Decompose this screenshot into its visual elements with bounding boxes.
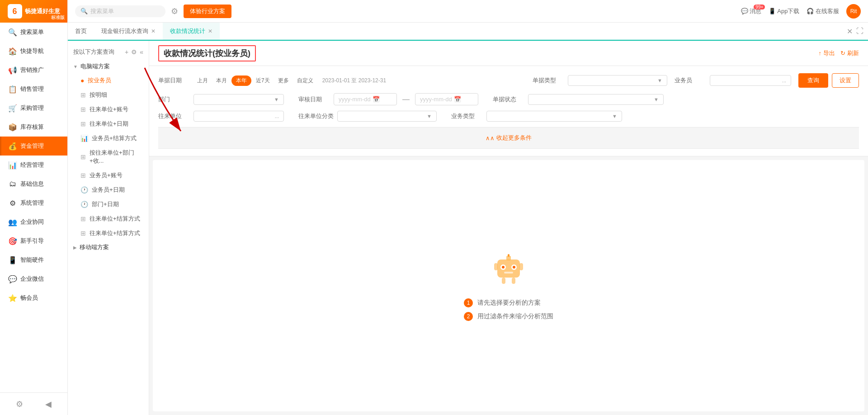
online-service[interactable]: 🎧 在线客服 [807,7,839,15]
doc-status-select[interactable]: ▼ [528,94,664,105]
scheme-group-mobile: ▶ 移动端方案 [68,241,149,254]
dept-select[interactable]: ▼ [193,94,284,105]
sidebar-item-finance[interactable]: 💰 资金管理 [0,137,67,156]
sidebar-item-member[interactable]: ⭐ 畅会员 [0,288,67,307]
sidebar-item-enterprise[interactable]: 👥 企业协同 [0,212,67,231]
salesman-select[interactable]: ... [710,75,791,86]
tab-home[interactable]: 首页 [68,23,94,41]
sidebar-bottom: ⚙ ◀ [0,392,67,415]
partner-category-select[interactable]: ▼ [337,111,437,122]
scheme-item-partner-date[interactable]: ⊞ 往来单位+日期 [68,117,149,131]
scheme-group-desktop-title[interactable]: ▼ 电脑端方案 [68,60,149,73]
settings-bottom-icon[interactable]: ⚙ [16,399,23,409]
sidebar-item-sales[interactable]: 📋 销售管理 [0,80,67,99]
empty-step-2: 2 用过滤条件来缩小分析范围 [464,312,553,321]
doc-status-label: 单据状态 [493,95,524,104]
export-label: 导出 [823,49,835,57]
scheme-item-dept-date[interactable]: 🕐 部门+日期 [68,197,149,212]
sidebar-item-inventory[interactable]: 📦 库存核算 [0,118,67,137]
date-tab-more[interactable]: 更多 [274,75,292,86]
scheme-item-salesman-account[interactable]: ⊞ 业务员+账号 [68,168,149,183]
sidebar-item-search[interactable]: 🔍 搜索菜单 [0,23,67,42]
scheme-item-label: 往来单位+结算方式 [90,215,140,223]
empty-robot-icon [486,246,531,291]
sidebar-item-quicknav[interactable]: 🏠 快捷导航 [0,42,67,61]
finance-icon: 💰 [9,142,17,150]
date-tab-custom[interactable]: 自定义 [293,75,317,86]
date-tab-this-year[interactable]: 本年 [231,75,251,86]
date-tab-last7[interactable]: 近7天 [252,75,274,86]
scheme-item-salesman-payment[interactable]: 📊 业务员+结算方式 [68,131,149,146]
sidebar-item-hardware[interactable]: 📱 智能硬件 [0,250,67,269]
scheme-item-by-salesman[interactable]: ● 按业务员 [68,73,149,88]
scheme-collapse-btn[interactable]: « [140,48,143,56]
date-tab-this-month[interactable]: 本月 [212,75,231,86]
scheme-item-partner-dept[interactable]: ⊞ 按往来单位+部门+收... [68,146,149,168]
collapse-btn[interactable]: ∧∧ 收起更多条件 [482,130,535,146]
search-menu-input[interactable]: 🔍 搜索菜单 [75,5,165,17]
scheme-group-mobile-title[interactable]: ▶ 移动端方案 [68,241,149,254]
tab-close-bank-flow[interactable]: ✕ [151,28,156,34]
calendar-icon[interactable]: 📅 [454,96,461,103]
sidebar-item-operation[interactable]: 📊 经营管理 [0,156,67,174]
trial-btn[interactable]: 体验行业方案 [184,5,231,18]
sidebar-item-wechat[interactable]: 💬 企业微信 [0,269,67,288]
scheme-item-salesman-date[interactable]: 🕐 业务员+日期 [68,183,149,197]
topbar-settings-icon[interactable]: ⚙ [171,6,178,16]
date-tab-last-month[interactable]: 上月 [193,75,212,86]
date-label: 单据日期 [158,76,190,85]
scheme-item-partner-payment2[interactable]: ⊞ 往来单位+结算方式 [68,226,149,241]
scheme-item-by-detail[interactable]: ⊞ 按明细 [68,88,149,102]
audit-date-from[interactable]: yyyy-mm-dd 📅 [334,93,397,105]
scheme-item-partner-account[interactable]: ⊞ 往来单位+账号 [68,102,149,117]
tab-collection-label: 收款情况统计 [170,27,205,35]
page-title: 收款情况统计(按业务员) [164,49,250,58]
query-btn[interactable]: 查询 [798,73,828,88]
calendar-icon[interactable]: 📅 [373,96,380,103]
biz-type-select[interactable]: ▼ [486,111,622,122]
settings-btn[interactable]: 设置 [832,73,859,88]
sidebar-item-guide[interactable]: 🎯 新手引导 [0,231,67,250]
sidebar-item-purchase[interactable]: 🛒 采购管理 [0,99,67,118]
sidebar-item-system[interactable]: ⚙ 系统管理 [0,193,67,212]
partner-select[interactable]: ... [193,111,284,122]
empty-step-1: 1 请先选择要分析的方案 [464,298,553,307]
collapse-icon: ∧∧ [486,135,495,141]
partner-category-group: 往来单位分类 ▼ [298,111,437,122]
tab-collection-stat[interactable]: 收款情况统计 ✕ [163,23,220,41]
tab-close-collection[interactable]: ✕ [208,28,212,34]
scheme-add-btn[interactable]: + [125,48,128,56]
messages-container[interactable]: 💬 消息 99+ [741,7,762,15]
close-window-btn[interactable]: ✕ [847,27,853,36]
doc-type-select[interactable]: ▼ [568,75,667,86]
scheme-settings-btn[interactable]: ⚙ [131,48,137,56]
purchase-icon: 🛒 [9,104,17,112]
query-buttons: 查询 设置 [798,73,859,88]
chevron-down-icon: ▼ [654,97,659,102]
user-avatar[interactable]: Rit [846,4,861,19]
app-download[interactable]: 📱 App下载 [769,7,799,15]
date-filter-group: 单据日期 上月 本月 本年 近7天 更多 自定义 2023-01-01 至 20… [158,75,525,86]
tab-bank-flow[interactable]: 现金银行流水查询 ✕ [94,23,163,41]
scheme-item-partner-payment1[interactable]: ⊞ 往来单位+结算方式 [68,212,149,226]
expand-window-btn[interactable]: ⛶ [856,27,863,36]
date-range-display: 2023-01-01 至 2023-12-31 [322,77,386,85]
sidebar-item-label: 新手引导 [20,237,44,245]
sidebar-item-label: 基础信息 [20,180,44,188]
collapse-label: 收起更多条件 [496,134,532,142]
collapse-bar: ∧∧ 收起更多条件 [158,127,859,149]
chevron-down-icon: ▼ [612,113,617,119]
audit-date-to[interactable]: yyyy-mm-dd 📅 [415,93,478,105]
ellipsis-icon: ... [275,113,279,119]
download-icon: 📱 [769,8,776,14]
page-header-actions: ↑ 导出 ↻ 刷新 [819,49,859,57]
export-btn[interactable]: ↑ 导出 [819,49,835,57]
doc-status-group: 单据状态 ▼ [493,94,859,105]
sidebar-item-marketing[interactable]: 📢 营销推广 [0,61,67,80]
online-service-label: 在线客服 [816,8,839,14]
scheme-detail-icon: ⊞ [80,91,86,99]
sidebar-item-basic[interactable]: 🗂 基础信息 [0,174,67,193]
collapse-sidebar-icon[interactable]: ◀ [45,399,52,409]
partner-label: 往来单位 [158,112,190,120]
refresh-btn[interactable]: ↻ 刷新 [840,49,859,57]
